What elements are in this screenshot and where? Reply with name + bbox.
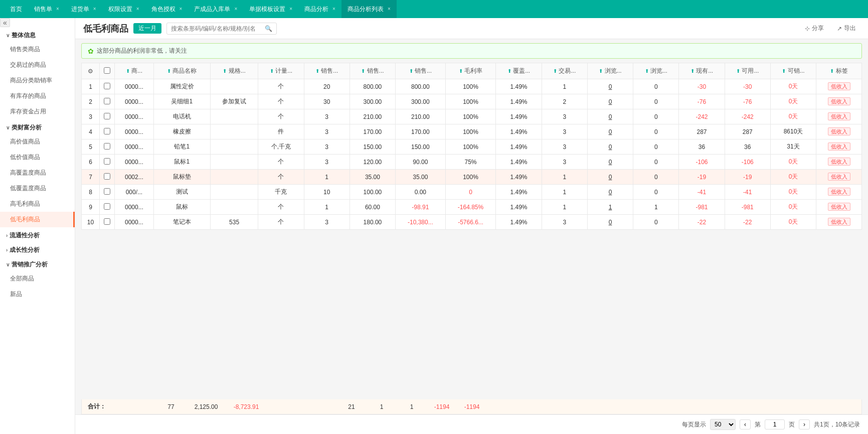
row-checkbox[interactable] bbox=[104, 98, 110, 104]
search-box[interactable]: 🔍 bbox=[166, 23, 277, 35]
cell-checkbox[interactable] bbox=[100, 109, 115, 124]
prev-page-button[interactable]: ‹ bbox=[740, 419, 751, 429]
export-button[interactable]: ↗ 导出 bbox=[833, 22, 860, 35]
th-sales-amount[interactable]: ⬆ 销售... bbox=[396, 63, 446, 79]
sidebar-item-all-products[interactable]: 全部商品 bbox=[0, 271, 75, 286]
close-icon[interactable]: × bbox=[136, 0, 139, 18]
th-trade[interactable]: ⬆ 交易... bbox=[542, 63, 587, 79]
next-page-button[interactable]: › bbox=[799, 419, 810, 429]
th-name[interactable]: ⬆ 商品名称 bbox=[153, 63, 210, 79]
cell-views1[interactable]: 0 bbox=[587, 155, 633, 170]
sidebar-section-liquidity[interactable]: › 流通性分析 bbox=[0, 227, 75, 242]
th-coverage[interactable]: ⬆ 覆盖... bbox=[496, 63, 542, 79]
th-stock-saleable[interactable]: ⬆ 可销... bbox=[770, 63, 816, 79]
row-checkbox[interactable] bbox=[104, 173, 110, 180]
cell-code: 000/... bbox=[115, 185, 154, 200]
row-checkbox[interactable] bbox=[104, 143, 110, 150]
close-icon[interactable]: × bbox=[180, 0, 183, 18]
cell-checkbox[interactable] bbox=[100, 170, 115, 185]
th-tag[interactable]: ⬆ 标签 bbox=[816, 63, 862, 79]
close-icon[interactable]: × bbox=[388, 0, 391, 18]
row-checkbox[interactable] bbox=[104, 113, 110, 119]
cell-checkbox[interactable] bbox=[100, 185, 115, 200]
th-unit[interactable]: ⬆ 计量... bbox=[258, 63, 304, 79]
th-sales-qty[interactable]: ⬆ 销售... bbox=[304, 63, 350, 79]
sidebar-item-high-margin[interactable]: 高毛利商品 bbox=[0, 196, 75, 212]
close-icon[interactable]: × bbox=[332, 0, 335, 18]
search-icon[interactable]: 🔍 bbox=[265, 25, 272, 32]
cell-views1[interactable]: 0 bbox=[587, 215, 633, 230]
th-code[interactable]: ⬆ 商... bbox=[115, 63, 154, 79]
nav-home[interactable]: 首页 bbox=[4, 0, 28, 18]
nav-product-analysis[interactable]: 商品分析 × bbox=[298, 0, 341, 18]
row-checkbox[interactable] bbox=[104, 158, 110, 165]
row-checkbox[interactable] bbox=[104, 218, 110, 225]
sidebar-item-new-products[interactable]: 新品 bbox=[0, 286, 75, 302]
nav-sales-order[interactable]: 销售单 × bbox=[28, 0, 65, 18]
cell-views1[interactable]: 1 bbox=[587, 200, 633, 215]
nav-permission-settings[interactable]: 权限设置 × bbox=[102, 0, 145, 18]
cell-checkbox[interactable] bbox=[100, 200, 115, 215]
sidebar-item-low-value[interactable]: 低价值商品 bbox=[0, 150, 75, 165]
close-icon[interactable]: × bbox=[234, 0, 237, 18]
sidebar-item-high-value[interactable]: 高价值商品 bbox=[0, 134, 75, 150]
sidebar-item-category-rate[interactable]: 商品分类助销率 bbox=[0, 73, 75, 88]
th-checkbox[interactable] bbox=[100, 63, 115, 79]
cell-checkbox[interactable] bbox=[100, 124, 115, 139]
th-spec[interactable]: ⬆ 规格... bbox=[210, 63, 258, 79]
sidebar-item-low-coverage[interactable]: 低覆盖度商品 bbox=[0, 181, 75, 196]
th-sales-price[interactable]: ⬆ 销售... bbox=[350, 63, 395, 79]
th-gross-rate[interactable]: ⬆ 毛利率 bbox=[445, 63, 496, 79]
row-checkbox[interactable] bbox=[104, 203, 110, 210]
sidebar-item-capital-usage[interactable]: 库存资金占用 bbox=[0, 104, 75, 119]
date-badge[interactable]: 近一月 bbox=[133, 23, 161, 34]
sidebar-section-overall[interactable]: ∨ 整体信息 bbox=[0, 27, 75, 42]
row-checkbox[interactable] bbox=[104, 188, 110, 195]
sidebar-section-wealth[interactable]: ∨ 类财富分析 bbox=[0, 119, 75, 134]
cell-trade: 1 bbox=[542, 79, 587, 94]
sidebar-section-growth[interactable]: › 成长性分析 bbox=[0, 242, 75, 256]
th-stock-available[interactable]: ⬆ 可用... bbox=[725, 63, 770, 79]
cell-views1[interactable]: 0 bbox=[587, 79, 633, 94]
sidebar-item-sales-products[interactable]: 销售类商品 bbox=[0, 42, 75, 57]
sidebar-item-low-margin[interactable]: 低毛利商品 bbox=[0, 212, 75, 227]
nav-template-settings[interactable]: 单据模板设置 × bbox=[243, 0, 298, 18]
row-checkbox[interactable] bbox=[104, 128, 110, 134]
cell-checkbox[interactable] bbox=[100, 215, 115, 230]
per-page-select[interactable]: 50 100 200 bbox=[710, 419, 736, 430]
search-input[interactable] bbox=[171, 25, 263, 32]
cell-checkbox[interactable] bbox=[100, 139, 115, 155]
page-number-input[interactable] bbox=[765, 419, 785, 429]
cell-checkbox[interactable] bbox=[100, 94, 115, 109]
th-settings[interactable]: ⚙ bbox=[82, 63, 100, 79]
cell-checkbox[interactable] bbox=[100, 155, 115, 170]
nav-product-analysis-list[interactable]: 商品分析列表 × bbox=[341, 0, 397, 18]
select-all-checkbox[interactable] bbox=[104, 67, 110, 74]
sidebar-section-marketing[interactable]: ∨ 营销推广分析 bbox=[0, 256, 75, 271]
cell-views1[interactable]: 0 bbox=[587, 139, 633, 155]
close-icon[interactable]: × bbox=[56, 0, 59, 18]
th-stock-current[interactable]: ⬆ 现有... bbox=[679, 63, 725, 79]
sidebar-item-traded-products[interactable]: 交易过的商品 bbox=[0, 57, 75, 73]
sidebar-item-high-coverage[interactable]: 高覆盖度商品 bbox=[0, 165, 75, 181]
nav-purchase-order[interactable]: 进货单 × bbox=[65, 0, 102, 18]
sidebar-collapse-button[interactable]: « bbox=[0, 18, 10, 27]
cell-views1[interactable]: 0 bbox=[587, 185, 633, 200]
cell-views1[interactable]: 0 bbox=[587, 170, 633, 185]
nav-product-entry[interactable]: 产成品入库单 × bbox=[188, 0, 243, 18]
row-checkbox[interactable] bbox=[104, 83, 110, 89]
cell-checkbox[interactable] bbox=[100, 79, 115, 94]
close-icon[interactable]: × bbox=[93, 0, 96, 18]
nav-role-auth[interactable]: 角色授权 × bbox=[145, 0, 189, 18]
cell-views1[interactable]: 0 bbox=[587, 94, 633, 109]
th-views1[interactable]: ⬆ 浏览... bbox=[587, 63, 633, 79]
share-button[interactable]: ⊹ 分享 bbox=[801, 22, 828, 35]
cell-views1[interactable]: 0 bbox=[587, 124, 633, 139]
cell-gross-rate: 75% bbox=[445, 155, 496, 170]
th-views2[interactable]: ⬆ 浏览... bbox=[633, 63, 679, 79]
sidebar-item-in-stock[interactable]: 有库存的商品 bbox=[0, 88, 75, 104]
cell-views1[interactable]: 0 bbox=[587, 109, 633, 124]
close-icon[interactable]: × bbox=[289, 0, 292, 18]
footer-label: 合计： bbox=[88, 402, 106, 411]
footer-sales-amount: -8,723.91 bbox=[226, 403, 266, 410]
